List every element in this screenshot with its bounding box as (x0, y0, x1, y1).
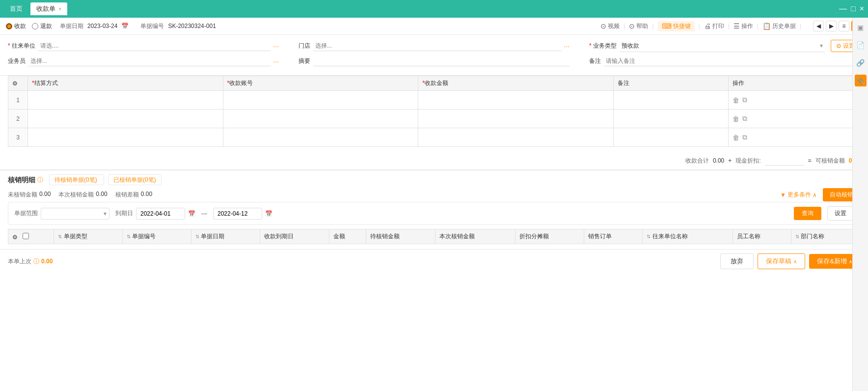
remark-input[interactable] (604, 56, 860, 66)
cell-amount-3[interactable] (418, 128, 614, 147)
staff-field: 业务员 ··· (8, 56, 279, 66)
store-more-btn[interactable]: ··· (564, 42, 570, 50)
range-select[interactable] (41, 208, 109, 220)
col-amount: *收款金额 (418, 76, 614, 91)
gear-bottom-icon[interactable]: ⚙ (12, 234, 18, 241)
video-action[interactable]: ⊙ 视频 (600, 22, 620, 30)
business-type-select[interactable]: 预收款 ▾ (620, 40, 825, 52)
cell-amount-2[interactable] (418, 110, 614, 128)
help-action[interactable]: ⊙ 帮助 (629, 22, 648, 30)
nav-active-tab[interactable]: 收款单 × (30, 2, 67, 15)
col-ops-header: 操作 (728, 76, 860, 91)
sidebar-link-icon[interactable]: 🔗 (855, 57, 867, 69)
stat-unverified: 未核销金额 0.00 (8, 191, 51, 199)
col-counterparty: ⇅ 往来单位名称 (643, 229, 733, 244)
verify-info-icon[interactable]: ⓘ (37, 176, 43, 184)
panel-list-icon[interactable]: ≡ (839, 21, 849, 31)
cell-remark-2[interactable] (613, 110, 728, 128)
verify-header: 核销明细 ⓘ 待核销单据(0笔) 已核销单据(0笔) (8, 175, 860, 185)
operation-action[interactable]: ☰ 操作 (733, 22, 753, 30)
staff-more-btn[interactable]: ··· (273, 57, 279, 65)
staff-input[interactable] (28, 56, 271, 66)
gear-icon: ⚙ (836, 43, 841, 50)
delete-icon-2[interactable]: 🗑 (732, 115, 739, 123)
col-settlement: *结算方式 (28, 76, 223, 91)
query-button[interactable]: 查询 (794, 207, 821, 220)
cell-settlement-2[interactable] (28, 110, 223, 128)
discount-input[interactable] (765, 156, 804, 166)
sidebar-doc-icon[interactable]: 📄 (855, 39, 867, 51)
tab-done[interactable]: 已核销单据(0笔) (108, 174, 162, 185)
form-row-1: 往来单位 ··· 门店 ··· 业务类型 预收款 ▾ ⚙ 设置 (8, 40, 860, 52)
cell-account-1[interactable] (223, 91, 418, 110)
cell-account-2[interactable] (223, 110, 418, 128)
maximize-icon[interactable]: □ (851, 4, 856, 13)
range-field: 单据范围 ▾ (14, 208, 109, 220)
panel-left-icon[interactable]: ◀ (813, 21, 824, 31)
delete-icon-1[interactable]: 🗑 (732, 96, 739, 104)
delete-icon-3[interactable]: 🗑 (732, 134, 739, 141)
calendar-from-icon[interactable]: 📅 (188, 210, 195, 217)
calendar-icon[interactable]: 📅 (121, 23, 129, 29)
cell-settlement-1[interactable] (28, 91, 223, 110)
stats-actions-row: 未核销金额 0.00 本次核销金额 0.00 核销差额 0.00 ▼ 更多条件 … (8, 188, 860, 202)
col-current-verify: 本次核销金额 (435, 229, 515, 244)
cell-remark-3[interactable] (613, 128, 728, 147)
cell-ops-2: 🗑 ⧉ (728, 110, 860, 128)
due-date-from-input[interactable] (136, 208, 185, 220)
bottom-table: ⚙ ⇅ 单据类型 ⇅ 单据编号 ⇅ 单据日期 收款到期日 金额 待核销金额 本次… (8, 229, 860, 244)
due-date-to-input[interactable] (213, 208, 262, 220)
sidebar-active-icon[interactable]: 📎 (855, 75, 867, 86)
payment-table: ⚙ *结算方式 *收款账号 *收款金额 备注 操作 (8, 76, 860, 147)
business-type-label: 业务类型 (589, 42, 617, 50)
settings-button-2[interactable]: 设置 (827, 206, 854, 221)
shortcut-action[interactable]: ⌨ 快捷键 (658, 21, 695, 31)
close-tab-icon[interactable]: × (58, 6, 61, 12)
store-field: 门店 ··· (298, 41, 570, 51)
sidebar-table-icon[interactable]: ▣ (855, 22, 867, 33)
stats-row: 未核销金额 0.00 本次核销金额 0.00 核销差额 0.00 (8, 188, 152, 202)
discard-button[interactable]: 放弃 (720, 253, 754, 269)
date-label: 单据日期 (60, 22, 83, 30)
row-num-1: 1 (8, 91, 28, 110)
print-action[interactable]: 🖨 打印 (704, 22, 724, 30)
cell-account-3[interactable] (223, 128, 418, 147)
col-settings[interactable]: ⚙ (8, 76, 28, 91)
copy-icon-2[interactable]: ⧉ (742, 114, 747, 123)
cell-settlement-3[interactable] (28, 128, 223, 147)
form-row-2: 业务员 ··· 摘要 备注 (8, 56, 860, 66)
bottom-info-icon[interactable]: ⓘ (33, 257, 39, 266)
save-draft-button[interactable]: 保存草稿 ∧ (758, 253, 805, 269)
filter-row: 单据范围 ▾ 到期日 📅 — 📅 查询 设置 (8, 202, 860, 225)
window-close-icon[interactable]: × (860, 4, 864, 13)
row-num-2: 2 (8, 110, 28, 128)
cell-amount-1[interactable] (418, 91, 614, 110)
radio-receive[interactable]: 收款 (6, 22, 26, 30)
store-input[interactable] (313, 41, 562, 51)
draft-arrow-icon: ∧ (793, 259, 797, 264)
panel-right-icon[interactable]: ▶ (826, 21, 837, 31)
summary-input[interactable] (313, 56, 570, 66)
cell-remark-1[interactable] (613, 91, 728, 110)
window-controls: — □ × (839, 4, 864, 13)
more-conditions-btn[interactable]: ▼ 更多条件 ∧ (780, 191, 817, 199)
col-sales-order: 销售订单 (584, 229, 643, 244)
select-all-checkbox[interactable] (23, 233, 29, 239)
form-section: 往来单位 ··· 门店 ··· 业务类型 预收款 ▾ ⚙ 设置 (0, 35, 868, 76)
calendar-to-icon[interactable]: 📅 (265, 210, 272, 217)
copy-icon-1[interactable]: ⧉ (742, 96, 747, 104)
col-due-date: 收款到期日 (260, 229, 329, 244)
right-sidebar: ▣ 📄 🔗 📎 (852, 18, 868, 391)
radio-refund[interactable]: 退款 (32, 22, 52, 30)
bottom-info-value: 0.00 (41, 258, 53, 265)
counterparty-input[interactable] (38, 41, 271, 51)
col-select[interactable]: ⚙ (8, 229, 54, 244)
minimize-icon[interactable]: — (839, 4, 847, 13)
history-action[interactable]: 📋 历史单据 (762, 22, 796, 30)
counterparty-more-btn[interactable]: ··· (273, 42, 279, 50)
summary-field: 摘要 (298, 56, 570, 66)
nav-home[interactable]: 首页 (4, 2, 28, 15)
copy-icon-3[interactable]: ⧉ (742, 133, 747, 141)
save-new-arrow-icon: ∧ (849, 259, 852, 264)
tab-pending[interactable]: 待核销单据(0笔) (49, 174, 104, 185)
